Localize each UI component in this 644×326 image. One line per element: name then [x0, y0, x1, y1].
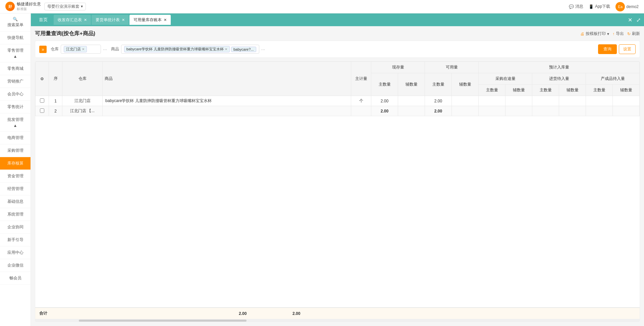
row-avail-aux	[452, 96, 479, 106]
sidebar-item-label: 营销推广	[7, 79, 23, 84]
tag-text: babycare?...	[233, 47, 254, 51]
sidebar-item-label: 畅会员	[9, 275, 21, 281]
th-finished-main: 主数量	[586, 85, 613, 96]
tab-receivable-summary[interactable]: 收发存汇总表 ✕	[54, 15, 91, 25]
warehouse-tags-input[interactable]: 江北门店 ✕	[61, 45, 101, 54]
tab-close-icon[interactable]: ✕	[84, 18, 87, 22]
export-btn[interactable]: ↑ 导出	[612, 31, 624, 37]
warehouse-ellipsis-btn[interactable]: ···	[103, 47, 107, 52]
row-finished-main	[586, 96, 613, 106]
sidebar-item-retail-mall[interactable]: 零售商城	[0, 62, 31, 75]
sidebar-item-system-mgmt[interactable]: 系统管理	[0, 208, 31, 221]
sidebar-item-basic-info[interactable]: 基础信息	[0, 195, 31, 208]
row-avail-aux	[452, 106, 479, 116]
tab-close-window-icon[interactable]: ✕	[627, 16, 633, 24]
sidebar-quick-nav[interactable]: 快捷导航	[0, 32, 31, 44]
tag-text: 江北门店	[66, 47, 81, 52]
expand-filter-btn[interactable]: »	[39, 46, 47, 53]
product-ellipsis-btn[interactable]: ···	[261, 47, 265, 52]
row-purchase-main	[479, 96, 505, 106]
th-inbound-aux: 辅数量	[559, 85, 586, 96]
sidebar-item-inventory[interactable]: 库存核算	[0, 157, 31, 170]
tab-available-inventory[interactable]: 可用量库存账本 ✕	[129, 15, 171, 25]
sidebar-item-operations-mgmt[interactable]: 经营管理	[0, 183, 31, 195]
message-btn[interactable]: 💬 消息	[569, 4, 583, 9]
sidebar-item-chang-member[interactable]: 畅会员	[0, 272, 31, 285]
sidebar: 🔍 搜索菜单 快捷导航 零售管理 ▲ 零售商城 营销推广 会员中心 零售统计 批…	[0, 13, 31, 326]
page-title: 可用量查询(按仓库+商品)	[35, 30, 95, 37]
page-header: 可用量查询(按仓库+商品) 🖨 按模板打印 ▾ ↑ 导出 ↻ 刷新	[35, 30, 640, 37]
footer-total-label: 合计	[39, 311, 89, 316]
sidebar-item-marketing[interactable]: 营销推广	[0, 75, 31, 88]
sidebar-item-wholesale-mgmt[interactable]: 批发管理 ▲	[0, 113, 31, 132]
th-purchase-main: 主数量	[479, 85, 505, 96]
row-purchase-main	[479, 106, 505, 116]
th-inbound-main: 主数量	[532, 85, 559, 96]
product-filter-label: 商品	[111, 46, 119, 52]
product-tag-babycare: babycare学饮杯 儿童防摔防撞吸管杯重力球吸嘴杯宝宝水杯 ✕	[124, 46, 230, 52]
scroll-thumb[interactable]	[79, 320, 247, 322]
tab-requisition-stats[interactable]: 要货单统计表 ✕	[92, 15, 129, 25]
expand-arrow-icon: ▲	[13, 54, 17, 59]
data-table: ⚙ 序 仓库 商品 主计量 现存量 可用量 预计入库量	[35, 61, 640, 116]
user-profile[interactable]: Ea demo2	[615, 2, 639, 11]
tab-close-icon[interactable]: ✕	[164, 18, 167, 22]
th-unit: 主计量	[351, 62, 371, 96]
product-filter: 商品 babycare学饮杯 儿童防摔防撞吸管杯重力球吸嘴杯宝宝水杯 ✕ bab…	[111, 45, 265, 54]
sidebar-quicknav-label: 快捷导航	[7, 35, 23, 41]
product-tag-babycare2: babycare?...	[231, 47, 256, 52]
tab-label: 收发存汇总表	[58, 17, 82, 23]
horizontal-scrollbar[interactable]	[35, 319, 640, 322]
sidebar-search[interactable]: 🔍 搜索菜单	[0, 13, 31, 32]
tag-text: babycare学饮杯 儿童防摔防撞吸管杯重力球吸嘴杯宝宝水杯	[126, 47, 224, 52]
tag-remove-icon[interactable]: ✕	[225, 47, 227, 51]
refresh-btn[interactable]: ↻ 刷新	[627, 31, 640, 37]
sidebar-item-label: 库存核算	[7, 160, 23, 166]
sidebar-item-label: 资金管理	[7, 173, 23, 179]
tab-home[interactable]: 首页	[34, 15, 53, 25]
row-product: babycare学饮杯 儿童防摔防撞吸管杯重力球吸嘴杯宝宝水杯	[103, 96, 351, 106]
sidebar-item-label: 新手引导	[7, 237, 23, 243]
sidebar-item-enterprise-collab[interactable]: 企业协同	[0, 221, 31, 234]
gear-icon[interactable]: ⚙	[40, 77, 44, 81]
product-tags-input[interactable]: babycare学饮杯 儿童防摔防撞吸管杯重力球吸嘴杯宝宝水杯 ✕ babyca…	[121, 45, 259, 54]
th-inbound-pending-group: 进货待入量	[532, 73, 586, 85]
tab-close-icon[interactable]: ✕	[122, 18, 125, 22]
avatar: Ea	[615, 2, 625, 11]
app-download-btn[interactable]: 📱 App下载	[589, 4, 610, 9]
tag-remove-icon[interactable]: ✕	[82, 47, 85, 51]
logo-icon: 好	[5, 2, 15, 11]
table-wrapper[interactable]: ⚙ 序 仓库 商品 主计量 现存量 可用量 预计入库量	[35, 61, 640, 307]
message-icon: 💬	[569, 4, 574, 9]
logo-text: 畅捷通好生意	[17, 2, 41, 6]
tenant-selector[interactable]: 母婴行业演示账套 ▾	[44, 3, 86, 10]
sidebar-item-retail-mgmt[interactable]: 零售管理 ▲	[0, 44, 31, 62]
row-checkbox[interactable]	[36, 106, 49, 116]
row-purchase-aux	[505, 106, 532, 116]
row-checkbox[interactable]	[36, 96, 49, 106]
print-btn[interactable]: 🖨 按模板打印 ▾	[580, 31, 609, 37]
row-inbound-main	[532, 96, 559, 106]
sidebar-item-retail-stats[interactable]: 零售统计	[0, 101, 31, 113]
sidebar-item-member-center[interactable]: 会员中心	[0, 88, 31, 101]
sidebar-item-enterprise-wechat[interactable]: 企业微信	[0, 259, 31, 272]
query-button[interactable]: 查询	[598, 44, 617, 54]
th-gear: ⚙	[36, 62, 49, 96]
logo-area: 好 畅捷通好生意 标准版	[5, 2, 41, 11]
filter-actions: 查询 设置	[598, 44, 636, 54]
sidebar-item-ecommerce-mgmt[interactable]: 电商管理	[0, 132, 31, 144]
sidebar-item-purchase-mgmt[interactable]: 采购管理	[0, 144, 31, 157]
sidebar-item-app-center[interactable]: 应用中心	[0, 246, 31, 259]
warehouse-filter: 仓库 江北门店 ✕ ···	[51, 45, 107, 54]
message-label: 消息	[575, 4, 583, 9]
th-finished-pending-group: 产成品待入量	[586, 73, 640, 85]
settings-button[interactable]: 设置	[619, 44, 636, 54]
th-avail-main: 主数量	[425, 73, 452, 96]
tab-maximize-icon[interactable]: ⤢	[636, 16, 641, 24]
sidebar-item-finance-mgmt[interactable]: 资金管理	[0, 170, 31, 183]
th-current-aux: 辅数量	[398, 73, 425, 96]
sidebar-item-label: 系统管理	[7, 212, 23, 217]
sidebar-item-new-guide[interactable]: 新手引导	[0, 234, 31, 246]
footer-current-main: 2.00	[229, 311, 256, 316]
row-product	[103, 106, 351, 116]
